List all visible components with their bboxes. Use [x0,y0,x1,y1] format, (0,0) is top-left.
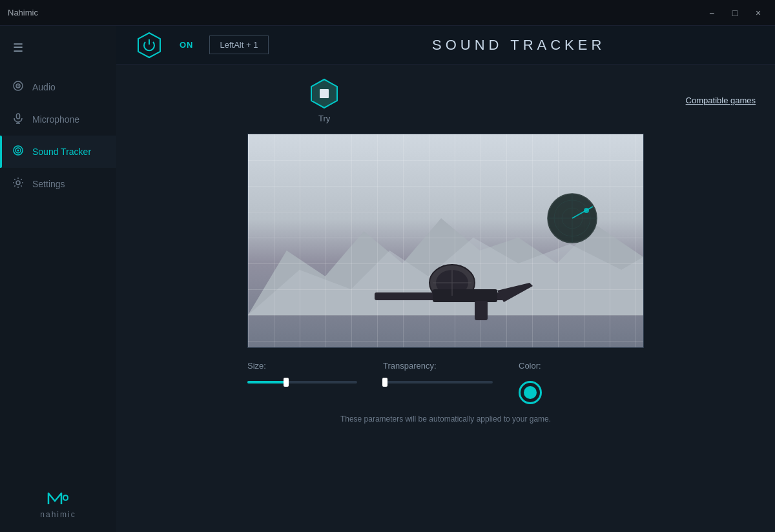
menu-button[interactable]: ☰ [5,35,31,61]
settings-icon [12,177,25,191]
sidebar-item-sound-tracker-label: Sound Tracker [32,147,91,157]
controls-row: Size: Transparency: [247,361,644,404]
sidebar-logo: nahimic [0,475,116,532]
app-title: Nahimic [8,8,38,17]
sidebar-item-sound-tracker[interactable]: Sound Tracker [0,136,116,168]
size-control: Size: [247,361,357,384]
try-button[interactable] [308,77,340,110]
color-swatch [524,386,537,399]
transparency-thumb[interactable] [382,378,388,387]
sidebar-item-settings-label: Settings [32,179,65,189]
size-slider[interactable] [247,381,357,384]
sidebar-nav: Audio Microphone [0,71,116,475]
sidebar-item-audio-label: Audio [32,82,56,92]
shortcut-value: LeftAlt + 1 [220,40,258,50]
svg-point-28 [584,208,589,213]
controls-section: Size: Transparency: [247,361,644,424]
auto-apply-notice: These parameters will be automatically a… [247,414,644,424]
svg-point-9 [16,181,20,185]
close-button[interactable]: × [749,6,767,20]
audio-icon [12,80,25,94]
size-fill [247,381,286,384]
color-control: Color: [519,361,542,404]
radar-svg [546,192,598,244]
svg-point-2 [17,85,19,87]
microphone-icon [12,112,25,127]
svg-point-8 [17,150,19,152]
sidebar-item-settings[interactable]: Settings [0,168,116,200]
power-state-label: ON [180,40,194,50]
radar-widget [546,192,598,244]
transparency-label: Transparency: [383,361,493,371]
svg-rect-19 [475,301,488,320]
transparency-slider[interactable] [383,381,493,384]
size-thumb[interactable] [284,378,289,387]
power-toggle[interactable] [136,32,163,59]
rifle-svg [349,244,542,347]
titlebar: Nahimic − □ × [0,0,775,26]
svg-rect-3 [17,114,20,119]
power-hex-bg [136,32,163,59]
color-picker[interactable] [519,381,542,404]
maximize-button[interactable]: □ [726,6,744,20]
content-header: ON LeftAlt + 1 Sound Tracker [116,26,775,65]
color-label: Color: [519,361,542,371]
shortcut-box[interactable]: LeftAlt + 1 [209,36,269,54]
sidebar: ☰ Audio [0,26,116,532]
nahimic-logo-text: nahimic [40,510,76,519]
app-body: ☰ Audio [0,26,775,532]
sidebar-item-microphone-label: Microphone [32,114,79,125]
window-controls: − □ × [703,6,767,20]
compatible-games-link[interactable]: Compatible games [686,96,756,105]
svg-marker-10 [138,33,160,57]
content-main: Try Compatible games [116,65,775,532]
hamburger-icon: ☰ [13,41,23,55]
content-area: ON LeftAlt + 1 Sound Tracker Try [116,26,775,532]
game-preview [247,134,644,348]
nahimic-logo-icon [45,488,71,507]
transparency-control: Transparency: [383,361,493,384]
size-label: Size: [247,361,357,371]
try-label: Try [318,114,330,123]
sound-tracker-icon [12,145,25,159]
sidebar-item-audio[interactable]: Audio [0,71,116,103]
try-container: Try [308,77,340,123]
try-section: Try Compatible games [136,77,756,123]
sidebar-item-microphone[interactable]: Microphone [0,103,116,136]
page-title: Sound Tracker [282,37,756,54]
active-indicator [0,136,2,168]
try-hex-icon [308,77,340,110]
svg-rect-18 [433,289,497,302]
svg-rect-12 [320,89,329,98]
minimize-button[interactable]: − [703,6,721,20]
